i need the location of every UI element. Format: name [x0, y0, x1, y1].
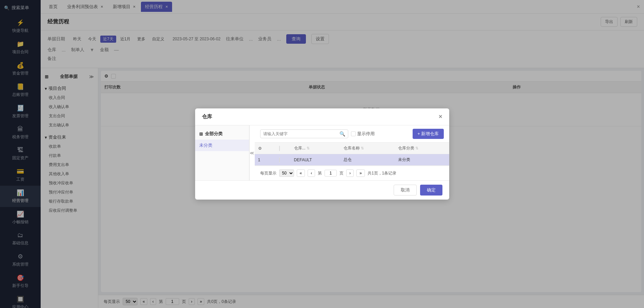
sort-icon: ⇅ — [415, 146, 418, 150]
search-icon: 🔍 — [339, 131, 345, 137]
modal-next-page-btn[interactable]: › — [346, 169, 354, 177]
col-category[interactable]: 仓库分类 ⇅ — [395, 143, 449, 154]
row-checkbox[interactable] — [276, 154, 291, 166]
modal-table-wrap: ⚙ 仓库... ⇅ 仓库名称 ⇅ — [255, 143, 449, 166]
modal-pagination: 每页显示 50 « ‹ 第 页 › » 共1页，1条记录 — [255, 166, 449, 180]
show-disabled-toggle: 显示停用 — [351, 131, 375, 137]
show-disabled-label: 显示停用 — [357, 131, 375, 137]
modal-body: ⊞ 全部分类 未分类 ≪ 🔍 显示停用 — [195, 125, 449, 180]
modal-total-info: 共1页，1条记录 — [368, 170, 396, 176]
cancel-button[interactable]: 取消 — [394, 185, 417, 196]
col-name[interactable]: 仓库名称 ⇅ — [340, 143, 395, 154]
col-name-label: 仓库名称 — [344, 146, 360, 150]
row-code: DEFAULT — [291, 154, 340, 166]
modal-close-button[interactable]: × — [439, 113, 442, 120]
modal-toolbar: 🔍 显示停用 + 新增仓库 — [255, 125, 449, 143]
warehouse-table: ⚙ 仓库... ⇅ 仓库名称 ⇅ — [255, 143, 449, 166]
modal-page-input[interactable] — [325, 170, 337, 177]
sort-icon: ⇅ — [361, 146, 364, 150]
modal-actions: 取消 确定 — [195, 180, 449, 200]
row-select-checkbox[interactable] — [279, 157, 280, 163]
modal-category-panel: ⊞ 全部分类 未分类 — [195, 125, 249, 180]
modal-last-page-btn[interactable]: » — [356, 169, 365, 177]
modal-search-wrap: 🔍 — [260, 129, 348, 138]
modal-prev-page-btn[interactable]: ‹ — [308, 169, 315, 177]
table-select-all[interactable] — [279, 146, 280, 151]
row-settings[interactable]: 1 — [255, 154, 276, 166]
modal-header: 仓库 × — [195, 108, 449, 125]
modal-title: 仓库 — [202, 114, 212, 120]
col-category-label: 仓库分类 — [398, 146, 414, 150]
modal-search-input[interactable] — [263, 131, 339, 136]
row-name: 总仓 — [340, 154, 395, 166]
modal-per-page-label: 每页显示 — [260, 170, 276, 176]
modal-page-label: 第 — [318, 170, 322, 176]
modal-right-panel: 🔍 显示停用 + 新增仓库 ⚙ — [255, 125, 449, 180]
cat-header-label: 全部分类 — [205, 131, 223, 137]
modal-page-suffix: 页 — [339, 170, 344, 176]
show-disabled-checkbox[interactable] — [351, 131, 356, 136]
modal-cat-header: ⊞ 全部分类 — [195, 128, 249, 140]
modal-first-page-btn[interactable]: « — [297, 169, 305, 177]
col-code-label: 仓库... — [294, 146, 306, 150]
col-code[interactable]: 仓库... ⇅ — [291, 143, 340, 154]
add-warehouse-button[interactable]: + 新增仓库 — [413, 129, 443, 139]
modal-cat-unclassified[interactable]: 未分类 — [195, 140, 249, 151]
table-row[interactable]: 1 DEFAULT 总仓 未分类 — [255, 154, 449, 166]
col-settings[interactable]: ⚙ — [255, 143, 276, 154]
modal-per-page-select[interactable]: 50 — [279, 169, 294, 177]
row-category: 未分类 — [395, 154, 449, 166]
grid-icon: ⊞ — [199, 131, 203, 137]
sort-icon: ⇅ — [307, 146, 310, 150]
col-checkbox — [276, 143, 291, 154]
settings-icon: 1 — [258, 158, 261, 162]
modal-collapse-btn[interactable]: ≪ — [249, 125, 255, 180]
confirm-button[interactable]: 确定 — [420, 185, 442, 196]
warehouse-modal: 仓库 × ⊞ 全部分类 未分类 ≪ 🔍 — [195, 108, 449, 200]
modal-overlay: 仓库 × ⊞ 全部分类 未分类 ≪ 🔍 — [0, 0, 644, 308]
